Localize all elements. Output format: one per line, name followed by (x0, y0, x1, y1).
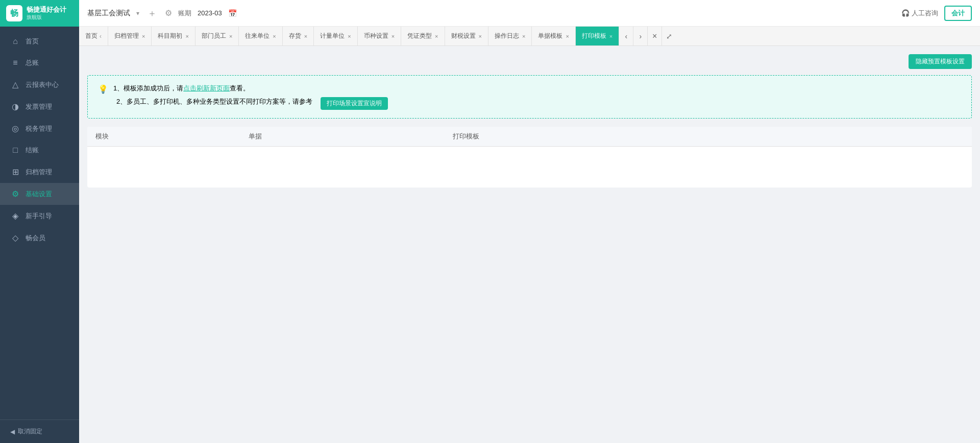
tab-customer-label: 往来单位 (245, 32, 270, 40)
tax-icon: ◎ (10, 124, 20, 133)
tab-tax-close-icon[interactable]: × (479, 33, 482, 39)
sidebar-item-invoice[interactable]: ◑ 发票管理 (0, 96, 79, 118)
tab-currency[interactable]: 币种设置 × (358, 27, 401, 46)
tab-expand-button[interactable]: ⤢ (662, 27, 676, 46)
sidebar-logo: 畅 畅捷通好会计 旗舰版 (0, 0, 79, 27)
tab-single-close-icon[interactable]: × (566, 33, 569, 39)
sidebar-item-report[interactable]: △ 云报表中心 (0, 74, 79, 96)
account-button[interactable]: 会计 (944, 6, 972, 21)
table-header: 模块 单据 打印模板 (87, 127, 972, 147)
company-dropdown-icon[interactable]: ▾ (136, 10, 139, 17)
tab-archive[interactable]: 归档管理 × (108, 27, 152, 46)
tab-subject[interactable]: 科目期初 × (152, 27, 195, 46)
human-service-label: 人工咨询 (912, 9, 938, 18)
tab-single-template[interactable]: 单据模板 × (532, 27, 575, 46)
tab-voucher-type[interactable]: 凭证类型 × (401, 27, 445, 46)
tab-print-close-icon[interactable]: × (609, 33, 612, 39)
report-icon: △ (10, 80, 20, 89)
tab-currency-close-icon[interactable]: × (391, 33, 395, 39)
topbar: 基层工会测试 ▾ ＋ ⚙ 账期 2023-03 📅 🎧 人工咨询 会计 (79, 0, 980, 27)
sidebar-unpin-button[interactable]: ◀ 取消固定 (0, 419, 79, 443)
tab-archive-close-icon[interactable]: × (142, 33, 145, 39)
sidebar-label-member: 畅会员 (26, 234, 45, 243)
sidebar-label-home: 首页 (26, 37, 39, 46)
home-icon: ⌂ (10, 37, 20, 46)
notice-line2-text: 2、多员工、多打印机、多种业务类型设置不同打印方案等，请参考 (116, 97, 312, 106)
table-col-print-template: 打印模板 (445, 127, 972, 146)
tab-tax-set-label: 财税设置 (451, 32, 476, 40)
sidebar-item-checkout[interactable]: □ 结账 (0, 139, 79, 161)
tab-inventory[interactable]: 存货 × (283, 27, 314, 46)
tab-unit-label: 计量单位 (320, 32, 345, 40)
sidebar-item-settings[interactable]: ⚙ 基础设置 (0, 183, 79, 205)
tab-dept[interactable]: 部门员工 × (195, 27, 239, 46)
tab-unit[interactable]: 计量单位 × (314, 27, 357, 46)
print-scene-button[interactable]: 打印场景设置宣说明 (321, 97, 388, 110)
tab-log-close-icon[interactable]: × (522, 33, 525, 39)
tab-inventory-label: 存货 (289, 32, 301, 40)
tab-currency-label: 币种设置 (364, 32, 388, 40)
tab-chevron-icon: ‹ (100, 33, 102, 40)
archive-icon: ⊞ (10, 167, 20, 177)
sidebar-item-member[interactable]: ◇ 畅会员 (0, 227, 79, 249)
sidebar-item-ledger[interactable]: ≡ 总账 (0, 52, 79, 74)
calendar-icon[interactable]: 📅 (228, 9, 237, 17)
human-service-button[interactable]: 🎧 人工咨询 (901, 9, 938, 18)
ledger-icon: ≡ (10, 58, 20, 67)
member-icon: ◇ (10, 233, 20, 243)
tab-dept-close-icon[interactable]: × (229, 33, 232, 39)
tab-dept-label: 部门员工 (202, 32, 226, 40)
tab-home[interactable]: 首页 ‹ (79, 27, 108, 46)
tab-archive-label: 归档管理 (114, 32, 139, 40)
sidebar-item-home[interactable]: ⌂ 首页 (0, 31, 79, 52)
tab-close-all-button[interactable]: × (648, 27, 662, 46)
sidebar-label-ledger: 总账 (26, 58, 39, 67)
sidebar-item-archive[interactable]: ⊞ 归档管理 (0, 161, 79, 183)
table-body (87, 147, 972, 188)
add-tab-button[interactable]: ＋ (145, 7, 159, 19)
notice-bulb-icon: 💡 (98, 84, 108, 94)
tab-tax-set[interactable]: 财税设置 × (445, 27, 488, 46)
tabbar: 首页 ‹ 归档管理 × 科目期初 × 部门员工 × 往来单位 × 存货 × 计量… (79, 27, 980, 46)
tab-print-template-label: 打印模板 (582, 32, 606, 40)
action-bar: 隐藏预置模板设置 (87, 54, 972, 69)
content-area: 隐藏预置模板设置 💡 1、模板添加成功后，请点击刷新新页面查看。 2、多员工、多… (79, 46, 980, 443)
headset-icon: 🎧 (901, 9, 910, 17)
settings-icon: ⚙ (10, 189, 20, 199)
tab-subject-label: 科目期初 (158, 32, 182, 40)
tab-single-template-label: 单据模板 (538, 32, 562, 40)
sidebar-label-report: 云报表中心 (26, 80, 59, 89)
tab-print-template[interactable]: 打印模板 × (576, 27, 619, 46)
invoice-icon: ◑ (10, 102, 20, 111)
tab-operation-log[interactable]: 操作日志 × (488, 27, 532, 46)
tab-subject-close-icon[interactable]: × (185, 33, 188, 39)
tab-customer[interactable]: 往来单位 × (239, 27, 282, 46)
notice-box: 💡 1、模板添加成功后，请点击刷新新页面查看。 2、多员工、多打印机、多种业务类… (87, 75, 972, 119)
data-table: 模块 单据 打印模板 (87, 127, 972, 188)
tab-prev-button[interactable]: ‹ (619, 27, 633, 46)
sidebar-item-guide[interactable]: ◈ 新手引导 (0, 205, 79, 227)
table-col-document: 单据 (240, 127, 445, 146)
sidebar-item-tax[interactable]: ◎ 税务管理 (0, 118, 79, 139)
settings-gear-icon[interactable]: ⚙ (165, 8, 172, 18)
checkout-icon: □ (10, 146, 20, 155)
notice-line1-text1: 1、模板添加成功后，请 (113, 84, 183, 92)
tab-inventory-close-icon[interactable]: × (304, 33, 307, 39)
table-col-module: 模块 (87, 127, 240, 146)
tab-next-button[interactable]: › (633, 27, 648, 46)
sidebar-nav: ⌂ 首页 ≡ 总账 △ 云报表中心 ◑ 发票管理 ◎ 税务管理 □ 结账 ⊞ 归… (0, 27, 79, 419)
unpin-label: 取消固定 (18, 427, 42, 436)
unpin-icon: ◀ (10, 428, 15, 435)
notice-row-2: 2、多员工、多打印机、多种业务类型设置不同打印方案等，请参考 打印场景设置宣说明 (98, 97, 961, 110)
tab-unit-close-icon[interactable]: × (348, 33, 351, 39)
sidebar-label-settings: 基础设置 (26, 190, 52, 199)
topbar-right: 🎧 人工咨询 会计 (901, 6, 972, 21)
tab-voucher-close-icon[interactable]: × (435, 33, 438, 39)
notice-refresh-link[interactable]: 点击刷新新页面 (183, 84, 230, 92)
tab-customer-close-icon[interactable]: × (273, 33, 276, 39)
sidebar-label-archive: 归档管理 (26, 168, 52, 177)
sidebar: 畅 畅捷通好会计 旗舰版 ⌂ 首页 ≡ 总账 △ 云报表中心 ◑ 发票管理 ◎ … (0, 0, 79, 443)
hide-preview-button[interactable]: 隐藏预置模板设置 (909, 54, 972, 69)
sidebar-label-guide: 新手引导 (26, 212, 52, 221)
main: 基层工会测试 ▾ ＋ ⚙ 账期 2023-03 📅 🎧 人工咨询 会计 首页 ‹… (79, 0, 980, 443)
